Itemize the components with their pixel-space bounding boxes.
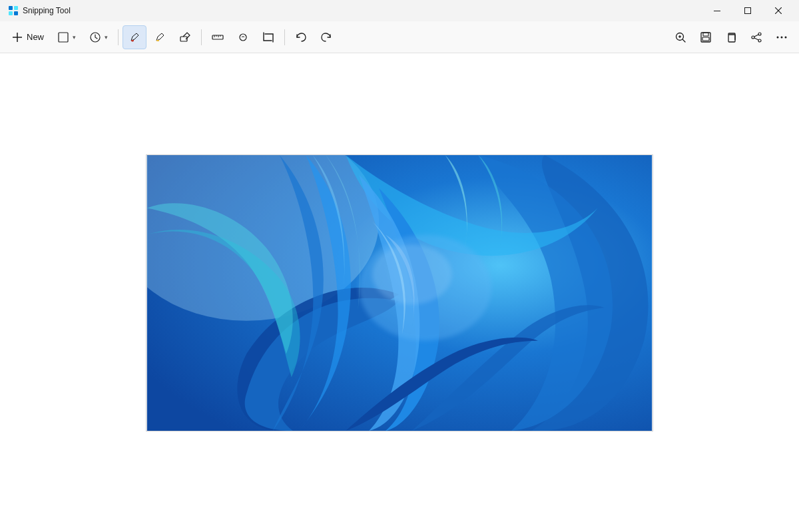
svg-rect-10	[59, 33, 68, 42]
new-button[interactable]: New	[5, 25, 50, 49]
share-icon	[750, 31, 762, 43]
eraser-icon	[179, 31, 191, 43]
snip-mode-button[interactable]: ▾	[51, 25, 82, 49]
svg-line-33	[754, 35, 758, 37]
divider-2	[201, 29, 202, 45]
zoom-in-icon	[674, 31, 686, 43]
redo-icon	[320, 31, 332, 43]
svg-point-37	[785, 36, 787, 38]
svg-line-25	[683, 39, 686, 42]
plus-icon	[11, 31, 23, 43]
crop-button[interactable]	[256, 25, 280, 49]
copy-button[interactable]	[719, 25, 743, 49]
copy-icon	[725, 31, 737, 43]
svg-rect-2	[9, 11, 13, 15]
snip-mode-icon	[57, 31, 69, 43]
eraser-button[interactable]	[173, 25, 197, 49]
svg-point-21	[240, 34, 246, 41]
pen-button[interactable]	[123, 25, 146, 49]
share-button[interactable]	[744, 25, 768, 49]
svg-rect-27	[703, 33, 708, 36]
maximize-button[interactable]	[732, 0, 763, 21]
ruler-button[interactable]	[206, 25, 230, 49]
svg-rect-0	[9, 6, 13, 10]
svg-rect-14	[156, 40, 159, 41]
svg-rect-16	[212, 35, 223, 39]
divider-1	[118, 29, 119, 45]
touch-writing-button[interactable]	[231, 25, 255, 49]
zoom-in-button[interactable]	[668, 25, 692, 49]
title-bar-left: Snipping Tool	[8, 5, 71, 16]
svg-rect-29	[728, 35, 735, 42]
more-icon	[776, 31, 788, 43]
undo-button[interactable]	[289, 25, 313, 49]
svg-rect-4	[714, 11, 720, 11]
more-options-button[interactable]	[770, 25, 794, 49]
svg-rect-3	[14, 11, 18, 15]
svg-point-41	[372, 244, 451, 304]
history-arrow: ▾	[105, 34, 108, 41]
svg-point-30	[758, 33, 761, 35]
svg-point-36	[781, 36, 783, 38]
close-button[interactable]	[763, 0, 794, 21]
wallpaper-image	[146, 155, 653, 431]
snip-mode-arrow: ▾	[73, 34, 76, 41]
touch-writing-icon	[237, 31, 249, 43]
svg-rect-1	[14, 6, 18, 10]
divider-3	[284, 29, 285, 45]
title-bar-controls	[702, 0, 794, 21]
app-title: Snipping Tool	[23, 6, 71, 15]
redo-button[interactable]	[314, 25, 338, 49]
svg-rect-5	[745, 8, 751, 14]
highlighter-icon	[154, 31, 166, 43]
highlighter-button[interactable]	[148, 25, 172, 49]
main-content	[0, 53, 799, 532]
svg-rect-28	[702, 37, 709, 41]
svg-point-35	[777, 36, 779, 38]
history-icon	[89, 31, 101, 43]
svg-line-34	[754, 38, 758, 40]
svg-point-32	[752, 36, 754, 39]
svg-point-31	[758, 39, 761, 42]
crop-icon	[262, 31, 274, 43]
history-button[interactable]: ▾	[83, 25, 114, 49]
save-icon	[700, 31, 712, 43]
pen-icon	[129, 31, 140, 43]
title-bar: Snipping Tool	[0, 0, 799, 21]
screenshot-canvas	[146, 154, 653, 431]
undo-icon	[295, 31, 307, 43]
save-button[interactable]	[694, 25, 718, 49]
new-label: New	[27, 32, 44, 42]
toolbar: New ▾ ▾	[0, 21, 799, 53]
minimize-button[interactable]	[702, 0, 732, 21]
ruler-icon	[212, 31, 224, 43]
app-icon	[8, 5, 19, 16]
